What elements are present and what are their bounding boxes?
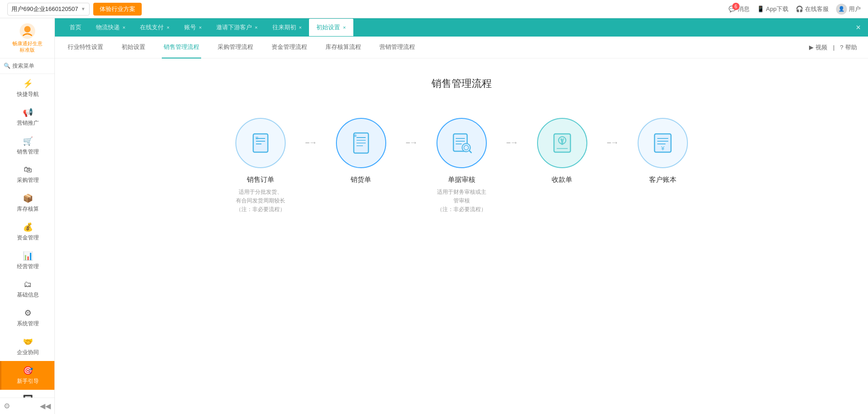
content-area: 首页 物流快递 × 在线支付 × 账号 × 邀请下游客户 × 往来期初 ×	[55, 18, 868, 414]
sales-invoice-icon	[349, 131, 373, 155]
tab-close-icon[interactable]: ×	[122, 25, 125, 30]
sidebar-item-inventory[interactable]: 📦 库存核算	[0, 189, 54, 218]
sidebar-search[interactable]: 🔍 搜索菜单	[0, 58, 54, 74]
help-button[interactable]: ? 帮助	[840, 43, 857, 52]
tab-account[interactable]: 账号 ×	[177, 19, 209, 36]
flow-step-customer-account[interactable]: ¥ 客户账本	[626, 118, 699, 188]
svg-text:¥: ¥	[660, 145, 665, 152]
svg-point-1	[24, 26, 31, 32]
sidebar-item-label: 采购管理	[17, 176, 39, 184]
tab-label: 往来期初	[272, 23, 296, 32]
flow-step-receipt[interactable]: ¥ ¥ 收款单	[526, 118, 599, 188]
sub-tabs-right: ▶ 视频 | ? 帮助	[809, 43, 857, 52]
tab-close-icon[interactable]: ×	[343, 25, 346, 30]
sidebar-item-label: 经营管理	[17, 263, 39, 271]
sub-tab-sales-flow[interactable]: 销售管理流程	[162, 37, 201, 58]
collapse-icon[interactable]: ◀◀	[40, 402, 51, 410]
sidebar-item-finance[interactable]: 💰 资金管理	[0, 218, 54, 246]
user-selector-text: 用户690企业1660120507	[11, 5, 78, 13]
folder-icon: 🗂	[24, 280, 32, 289]
svg-rect-6	[256, 137, 258, 139]
sidebar-item-purchase[interactable]: 🛍 采购管理	[0, 160, 54, 189]
tab-logistics[interactable]: 物流快递 ×	[89, 19, 133, 36]
sub-tab-label: 行业特性设置	[68, 43, 103, 50]
step-circle-sales-invoice	[336, 118, 386, 168]
sidebar-item-quick-nav[interactable]: ⚡ 快捷导航	[0, 74, 54, 103]
play-icon: ▶	[809, 44, 814, 51]
svg-line-19	[469, 151, 471, 153]
help-label: 帮助	[845, 43, 857, 52]
message-icon-wrap: 💬 6	[729, 5, 736, 12]
headset-icon: 🎧	[796, 5, 803, 12]
tab-opening-balance[interactable]: 往来期初 ×	[265, 19, 309, 36]
settings-bottom-icon[interactable]: ⚙	[4, 402, 10, 410]
tab-payment[interactable]: 在线支付 ×	[133, 19, 176, 36]
sidebar-item-label: 资金管理	[17, 234, 39, 242]
nav-tabs: 首页 物流快递 × 在线支付 × 账号 × 邀请下游客户 × 往来期初 ×	[55, 18, 868, 37]
sub-tab-purchase-flow[interactable]: 采购管理流程	[216, 37, 255, 58]
sidebar-item-operations[interactable]: 📊 经营管理	[0, 246, 54, 275]
step-arrow-2: --→	[398, 118, 425, 148]
close-all-tabs-button[interactable]: ×	[856, 23, 861, 32]
step-desc: 适用于财务审核或主管审核（注：非必要流程）	[437, 188, 486, 214]
sub-tab-label: 库存核算流程	[325, 43, 361, 50]
user-selector[interactable]: 用户690企业1660120507 ▼	[7, 3, 90, 16]
sub-tab-industry-settings[interactable]: 行业特性设置	[66, 37, 105, 58]
svg-text:¥: ¥	[560, 137, 564, 143]
message-button[interactable]: 💬 6 消息	[729, 5, 750, 13]
sidebar-item-marketing[interactable]: 📢 营销推广	[0, 103, 54, 132]
flow-step-sales-order[interactable]: 销售订单 适用于分批发货、有合同发货周期较长（注：非必要流程）	[224, 118, 297, 214]
tab-invite-downstream[interactable]: 邀请下游客户 ×	[209, 19, 265, 36]
sub-tab-finance-flow[interactable]: 资金管理流程	[270, 37, 309, 58]
sub-tab-initial-settings[interactable]: 初始设置	[120, 37, 147, 58]
trial-button[interactable]: 体验行业方案	[93, 3, 142, 16]
video-help-button[interactable]: ▶ 视频	[809, 43, 827, 52]
sub-tab-label: 营销管理流程	[379, 43, 415, 50]
main-layout: 畅康通好生意 标准版 🔍 搜索菜单 ⚡ 快捷导航 📢 营销推广 🛒 销售管理 🛍	[0, 18, 868, 414]
sidebar-item-new-guide[interactable]: 🎯 新手引导	[0, 361, 54, 390]
sidebar-item-enterprise-collab[interactable]: 🤝 企业协同	[0, 332, 54, 361]
tab-initial-settings[interactable]: 初始设置 ×	[309, 19, 353, 36]
tab-label: 初始设置	[316, 23, 340, 32]
step-label: 单据审核	[448, 175, 475, 184]
flow-content: 销售管理流程 销售订单	[55, 58, 868, 233]
sub-tab-inventory-flow[interactable]: 库存核算流程	[324, 37, 363, 58]
flow-step-doc-review[interactable]: 单据审核 适用于财务审核或主管审核（注：非必要流程）	[425, 118, 498, 214]
sidebar-item-label: 基础信息	[17, 291, 39, 299]
step-label: 客户账本	[649, 175, 676, 184]
user-profile-button[interactable]: 👤 用户	[836, 4, 861, 15]
sidebar-item-label: 系统管理	[17, 320, 39, 328]
user-name-label: 用户	[849, 5, 861, 13]
target-icon: 🎯	[23, 366, 33, 376]
app-download-label: App下载	[766, 5, 788, 13]
sidebar-item-label: 企业协同	[17, 349, 39, 356]
sidebar-item-app-center[interactable]: 🔲 应用中心	[0, 390, 54, 398]
sub-tab-label: 资金管理流程	[272, 43, 307, 50]
flow-step-sales-invoice[interactable]: 销货单	[325, 118, 398, 188]
flow-steps: 销售订单 适用于分批发货、有合同发货周期较长（注：非必要流程） --→	[82, 118, 841, 214]
arrow-icon: --→	[607, 138, 618, 148]
lightning-icon: ⚡	[23, 79, 33, 89]
sales-order-icon	[249, 131, 272, 155]
tab-home[interactable]: 首页	[62, 19, 89, 36]
tab-close-icon[interactable]: ×	[299, 25, 302, 30]
tab-label: 邀请下游客户	[216, 23, 252, 32]
message-badge: 6	[732, 3, 740, 10]
sidebar-item-basic-info[interactable]: 🗂 基础信息	[0, 275, 54, 303]
tab-close-icon[interactable]: ×	[255, 25, 257, 30]
sub-tab-marketing-flow[interactable]: 营销管理流程	[378, 37, 417, 58]
step-circle-doc-review	[437, 118, 487, 168]
receipt-icon: ¥ ¥	[550, 131, 574, 155]
sub-tab-label: 初始设置	[122, 43, 145, 50]
step-arrow-3: --→	[498, 118, 526, 148]
step-circle-receipt: ¥ ¥	[537, 118, 587, 168]
tab-close-icon[interactable]: ×	[166, 25, 169, 30]
grid-icon: 🔲	[23, 394, 33, 398]
sidebar-item-sales[interactable]: 🛒 销售管理	[0, 132, 54, 160]
online-service-button[interactable]: 🎧 在线客服	[796, 5, 829, 13]
tab-close-icon[interactable]: ×	[199, 25, 202, 30]
sidebar-item-system[interactable]: ⚙ 系统管理	[0, 303, 54, 332]
app-download-button[interactable]: 📱 App下载	[757, 5, 788, 13]
chart-icon: 📊	[23, 251, 33, 261]
sidebar-item-label: 快捷导航	[17, 90, 39, 98]
